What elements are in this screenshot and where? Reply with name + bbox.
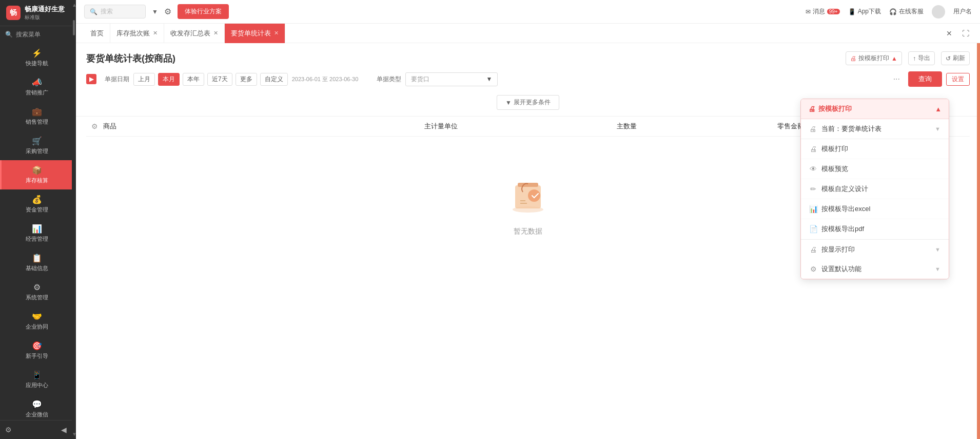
column-settings-icon[interactable]: ⚙ xyxy=(86,122,103,130)
tab-close-order[interactable]: ✕ xyxy=(274,30,279,36)
sidebar-scrollbar[interactable]: ▲ ▼ xyxy=(72,0,76,439)
tab-actions: ✕ ⛶ xyxy=(943,27,972,40)
app-logo: 畅 畅康通好生意 标准版 xyxy=(0,0,72,26)
dropdown-display-print[interactable]: 🖨 按显示打印 ▼ xyxy=(801,240,949,259)
messages-icon: ✉ xyxy=(806,8,811,15)
nav-icon-operation: 📊 xyxy=(32,224,42,234)
type-filter-select[interactable]: 要货口 ▼ xyxy=(405,72,498,86)
settings-bottom-icon[interactable]: ⚙ xyxy=(5,426,12,434)
print-button[interactable]: 🖨 按模板打印 ▲ xyxy=(846,51,902,65)
more-options-btn[interactable]: ··· xyxy=(889,72,904,86)
date-range-text: 2023-06-01 至 2023-06-30 xyxy=(292,75,359,83)
svg-point-3 xyxy=(528,189,540,202)
scroll-track xyxy=(72,10,76,429)
app-download-button[interactable]: 📱 App下载 xyxy=(848,7,881,16)
messages-button[interactable]: ✉ 消息 99+ xyxy=(806,7,840,16)
date-this-year[interactable]: 本年 xyxy=(183,73,204,86)
expand-more-btn[interactable]: ▼ 展开更多条件 xyxy=(497,95,559,110)
print-arrow-up: ▲ xyxy=(891,55,897,62)
sidebar-item-marketing[interactable]: 📣 营销推广 xyxy=(0,72,72,102)
sidebar-item-apps[interactable]: 📱 应用中心 xyxy=(0,365,72,394)
sidebar-item-basics[interactable]: 📋 基础信息 xyxy=(0,248,72,277)
collapse-icon[interactable]: ◀ xyxy=(61,426,67,434)
dropdown-item-template-print[interactable]: 🖨 模板打印 xyxy=(801,139,949,159)
print-dropdown-panel: 🖨 按模板打印 ▲ 🖨 当前：要货单统计表 ▼ 🖨 模板打印 👁 xyxy=(800,99,949,279)
date-filter-buttons: 上月 本月 本年 近7天 更多 自定义 xyxy=(133,73,288,86)
page-title: 要货单统计表(按商品) xyxy=(86,52,175,65)
date-custom[interactable]: 自定义 xyxy=(260,73,288,86)
date-last-month[interactable]: 上月 xyxy=(133,73,155,86)
date-filter-label: 单据日期 xyxy=(105,75,129,84)
search-icon: 🔍 xyxy=(5,31,13,38)
expand-arrow-btn[interactable]: ▶ xyxy=(86,74,96,84)
topbar-search[interactable]: 🔍 搜索 xyxy=(84,5,146,18)
nav-icon-finance: 💰 xyxy=(32,195,42,204)
sidebar-item-collab[interactable]: 🤝 企业协同 xyxy=(0,307,72,336)
sidebar-item-finance[interactable]: 💰 资金管理 xyxy=(0,189,72,219)
dropdown-items-section: 🖨 模板打印 👁 模板预览 ✏ 模板自定义设计 📊 按模板导出excel 📄 xyxy=(801,139,949,240)
topbar-dropdown-arrow[interactable]: ▼ xyxy=(152,8,158,15)
trial-industry-button[interactable]: 体验行业方案 xyxy=(178,4,229,19)
query-button[interactable]: 查询 xyxy=(908,71,942,87)
dropdown-close-arrow[interactable]: ▲ xyxy=(935,105,942,113)
tab-close-batch[interactable]: ✕ xyxy=(153,30,158,36)
date-more[interactable]: 更多 xyxy=(236,73,257,86)
tab-batch-accounts[interactable]: 库存批次账 ✕ xyxy=(110,24,164,43)
date-this-month[interactable]: 本月 xyxy=(158,73,180,86)
export-icon: ↑ xyxy=(913,55,916,62)
tab-order-stats[interactable]: 要货单统计表 ✕ xyxy=(225,24,285,43)
dropdown-set-default[interactable]: ⚙ 设置默认功能 ▼ xyxy=(801,259,949,279)
current-item-icon: 🖨 xyxy=(809,125,817,133)
main-content: 🔍 搜索 ▼ ⚙ 体验行业方案 ✉ 消息 99+ 📱 App下载 🎧 在线客服 … xyxy=(76,0,980,439)
dropdown-item-template-design[interactable]: ✏ 模板自定义设计 xyxy=(801,179,949,199)
online-service-button[interactable]: 🎧 在线客服 xyxy=(889,7,924,16)
display-print-icon: 🖨 xyxy=(809,245,817,254)
resize-handle[interactable] xyxy=(977,43,980,439)
tab-receipt-summary[interactable]: 收发存汇总表 ✕ xyxy=(164,24,225,43)
sidebar-bottom: ⚙ ◀ xyxy=(0,420,72,439)
print-header-icon: 🖨 xyxy=(808,105,815,113)
scroll-thumb xyxy=(73,20,75,35)
nav-icon-purchase: 🛒 xyxy=(32,136,42,146)
date-last-7days[interactable]: 近7天 xyxy=(207,73,232,86)
dropdown-item-export-pdf[interactable]: 📄 按模板导出pdf xyxy=(801,219,949,239)
dropdown-current-item[interactable]: 🖨 当前：要货单统计表 ▼ xyxy=(801,119,949,139)
close-tab-button[interactable]: ✕ xyxy=(943,27,955,40)
topbar-search-icon: 🔍 xyxy=(90,8,97,15)
nav-icon-marketing: 📣 xyxy=(32,78,42,87)
nav-icon-wechat: 💬 xyxy=(32,399,42,409)
sidebar-item-inventory[interactable]: 📦 库存核算 xyxy=(0,160,72,189)
sidebar-item-purchase[interactable]: 🛒 采购管理 xyxy=(0,131,72,160)
topbar: 🔍 搜索 ▼ ⚙ 体验行业方案 ✉ 消息 99+ 📱 App下载 🎧 在线客服 … xyxy=(76,0,980,24)
topbar-settings-icon[interactable]: ⚙ xyxy=(164,7,171,16)
page-header: 要货单统计表(按商品) 🖨 按模板打印 ▲ ↑ 导出 ↺ 刷新 xyxy=(76,43,980,65)
print-icon: 🖨 xyxy=(850,55,856,62)
sidebar-item-sales[interactable]: 💼 销售管理 xyxy=(0,102,72,131)
user-avatar[interactable] xyxy=(932,5,945,18)
maximize-tab-button[interactable]: ⛶ xyxy=(959,27,972,40)
scroll-up-arrow[interactable]: ▲ xyxy=(72,0,76,10)
dropdown-current-section: 🖨 当前：要货单统计表 ▼ xyxy=(801,119,949,139)
expand-more-icon: ▼ xyxy=(505,99,512,106)
sidebar-item-system[interactable]: ⚙ 系统管理 xyxy=(0,277,72,307)
empty-text: 暂无数据 xyxy=(514,227,542,236)
sidebar-nav: ⚡ 快捷导航 📣 营销推广 💼 销售管理 🛒 采购管理 📦 库存核算 💰 资金管… xyxy=(0,43,72,420)
nav-icon-quick: ⚡ xyxy=(32,48,42,58)
settings-button[interactable]: 设置 xyxy=(946,73,970,86)
sidebar-item-operation[interactable]: 📊 经营管理 xyxy=(0,219,72,248)
export-pdf-icon: 📄 xyxy=(809,225,817,233)
sidebar-item-quick-nav[interactable]: ⚡ 快捷导航 xyxy=(0,43,72,72)
sidebar-search[interactable]: 🔍 搜索菜单 xyxy=(0,26,72,43)
scroll-down-arrow[interactable]: ▼ xyxy=(72,429,76,439)
export-button[interactable]: ↑ 导出 xyxy=(908,51,935,65)
nav-icon-sales: 💼 xyxy=(32,107,42,117)
sidebar-item-wechat[interactable]: 💬 企业微信 xyxy=(0,394,72,420)
dropdown-item-template-preview[interactable]: 👁 模板预览 xyxy=(801,159,949,179)
tab-close-receipt[interactable]: ✕ xyxy=(213,30,218,36)
refresh-button[interactable]: ↺ 刷新 xyxy=(941,51,970,65)
refresh-icon: ↺ xyxy=(946,55,951,62)
dropdown-item-export-excel[interactable]: 📊 按模板导出excel xyxy=(801,199,949,219)
filter-row-1: ▶ 单据日期 上月 本月 本年 近7天 更多 自定义 2023-06-01 至 … xyxy=(86,71,970,87)
tab-home[interactable]: 首页 xyxy=(84,24,110,43)
sidebar-item-guide[interactable]: 🎯 新手引导 xyxy=(0,336,72,365)
